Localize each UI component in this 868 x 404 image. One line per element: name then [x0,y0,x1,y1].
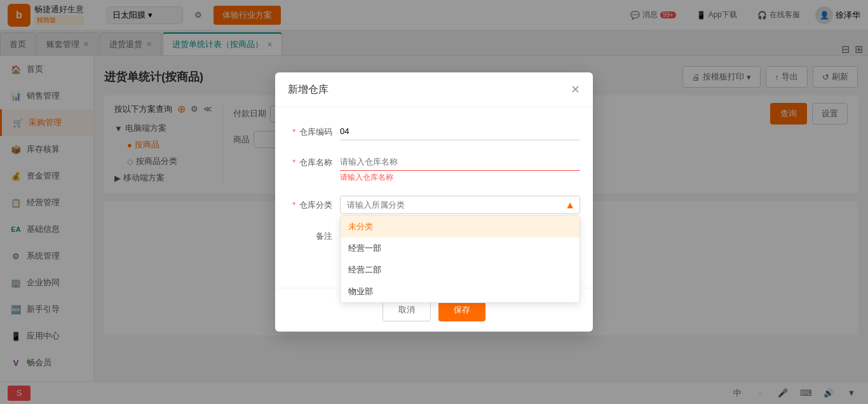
modal-header: 新增仓库 ✕ [275,72,593,107]
name-error-msg: 请输入仓库名称 [340,172,580,183]
modal-overlay: 新增仓库 ✕ * 仓库编码 * 仓库名称 [0,0,868,404]
category-arrow-btn[interactable]: ▲ [565,199,575,211]
category-input[interactable] [340,196,580,214]
name-label: * 仓库名称 [288,153,332,168]
dropdown-item-uncategorized[interactable]: 未分类 [341,216,580,238]
modal-title: 新增仓库 [288,83,329,97]
new-warehouse-modal: 新增仓库 ✕ * 仓库编码 * 仓库名称 [275,72,593,332]
category-select-wrap: ▲ 未分类 经营一部 经营二部 物业部 [340,196,580,214]
category-label: * 仓库分类 [288,196,332,211]
code-label: * 仓库编码 [288,123,332,138]
dropdown-item-dept2[interactable]: 经营二部 [341,259,580,281]
name-input[interactable] [340,153,580,171]
code-field-row: * 仓库编码 [288,123,580,140]
category-dropdown: 未分类 经营一部 经营二部 物业部 [340,215,580,303]
note-label: 备注 [288,227,332,242]
code-input[interactable] [340,123,580,140]
name-field-row: * 仓库名称 请输入仓库名称 [288,153,580,183]
modal-close-btn[interactable]: ✕ [571,83,580,97]
dropdown-item-dept3[interactable]: 物业部 [341,281,580,302]
dropdown-item-dept1[interactable]: 经营一部 [341,238,580,259]
category-field-row: * 仓库分类 ▲ 未分类 经营一部 经营二部 物业部 [288,196,580,214]
modal-body: * 仓库编码 * 仓库名称 请输入仓库名称 [275,107,593,288]
